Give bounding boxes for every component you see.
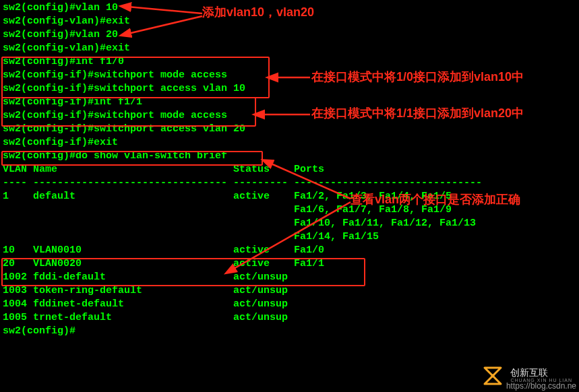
terminal-line: VLAN Name Status Ports [3, 163, 576, 176]
terminal-line: sw2(config)#vlan 10 [3, 1, 576, 15]
csdn-link: https://blog.csdn.ne [506, 379, 576, 392]
terminal-line: sw2(config-vlan)#exit [3, 42, 576, 55]
terminal-output: sw2(config)#vlan 10sw2(config-vlan)#exit… [0, 0, 579, 339]
terminal-line: 1004 fddinet-default act/unsup [3, 298, 576, 311]
terminal-line: 20 VLAN0020 active Fa1/1 [3, 257, 576, 271]
terminal-line: 1005 trnet-default act/unsup [3, 311, 576, 325]
terminal-line: sw2(config)# [3, 325, 576, 338]
terminal-line: Fa1/6, Fa1/7, Fa1/8, Fa1/9 [3, 203, 576, 217]
terminal-line: sw2(config)#vlan 20 [3, 28, 576, 42]
terminal-line: sw2(config)#int f1/0 [3, 55, 576, 69]
terminal-line: sw2(config-if)#int f1/1 [3, 96, 576, 109]
watermark-brand-cn: 创新互联 [510, 368, 572, 377]
terminal-line: Fa1/10, Fa1/11, Fa1/12, Fa1/13 [3, 217, 576, 230]
terminal-line: sw2(config-if)#switchport mode access [3, 109, 576, 123]
terminal-line: sw2(config-if)#switchport access vlan 20 [3, 123, 576, 136]
watermark-logo-icon [481, 364, 505, 388]
terminal-line: Fa1/14, Fa1/15 [3, 230, 576, 244]
terminal-line: sw2(config-if)#switchport mode access [3, 69, 576, 82]
terminal-line: ---- -------------------------------- --… [3, 176, 576, 190]
terminal-line: sw2(config-vlan)#exit [3, 15, 576, 28]
terminal-line: sw2(config-if)#switchport access vlan 10 [3, 82, 576, 96]
terminal-line: 10 VLAN0010 active Fa1/0 [3, 244, 576, 257]
terminal-line: sw2(config-if)#exit [3, 136, 576, 150]
terminal-line: 1 default active Fa1/2, Fa1/3, Fa1/4, Fa… [3, 190, 576, 203]
terminal-line: 1002 fddi-default act/unsup [3, 271, 576, 284]
svg-point-6 [491, 374, 495, 378]
terminal-line: sw2(config)#do show vlan-switch brief [3, 150, 576, 163]
terminal-line: 1003 token-ring-default act/unsup [3, 284, 576, 298]
